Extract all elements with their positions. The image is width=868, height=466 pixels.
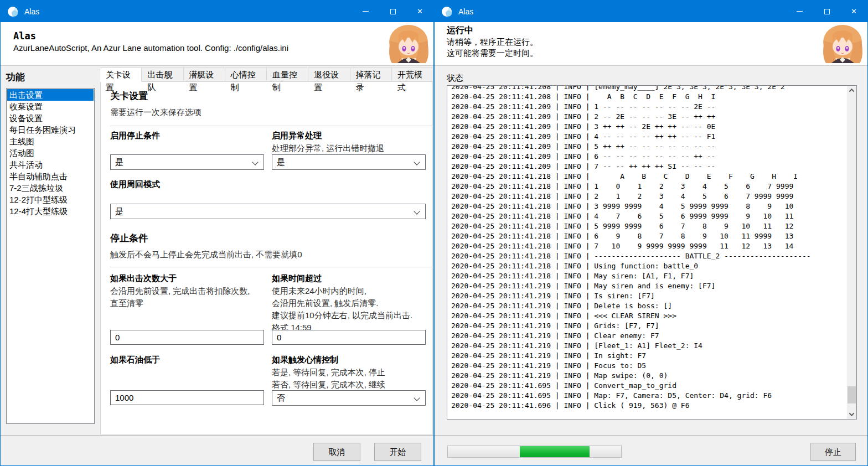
footer: 取消 开始 [1, 435, 433, 465]
if-time-desc-2: 会沿用先前设置, 触发后清零. [272, 297, 379, 309]
sidebar-item[interactable]: 设备设置 [7, 112, 94, 124]
if-emotion-value: 否 [277, 393, 285, 402]
alas-logo-icon [441, 6, 453, 18]
maximize-button[interactable] [379, 1, 406, 22]
log-output[interactable]: 2020-04-25 20:11:41.208 | INFO | [enemy_… [447, 85, 857, 420]
if-time-input[interactable] [272, 330, 426, 345]
divider [110, 126, 432, 126]
scrollbar-thumb[interactable] [848, 386, 856, 403]
section-title: 关卡设置 [110, 90, 148, 102]
if-emotion-select[interactable]: 否 [272, 390, 426, 406]
log-line: 2020-04-25 20:11:41.218 | INFO | 6 9 8 7… [451, 231, 846, 241]
log-line: 2020-04-25 20:11:41.209 | INFO | 1 -- --… [451, 102, 846, 112]
function-list: 出击设置收菜设置设备设置每日任务困难演习主线图活动图共斗活动半自动辅助点击7-2… [6, 88, 95, 424]
run-status-title: 运行中 [447, 25, 473, 37]
log-line: 2020-04-25 20:11:41.218 | INFO | 4 7 6 5… [451, 211, 846, 221]
minimize-icon [363, 11, 369, 12]
maximize-icon [390, 9, 396, 14]
log-line: 2020-04-25 20:11:41.695 | INFO | Convert… [451, 381, 846, 391]
sidebar-heading: 功能 [6, 71, 25, 84]
log-line: 2020-04-25 20:11:41.208 | INFO | [enemy_… [451, 85, 846, 92]
sidebar-item[interactable]: 每日任务困难演习 [7, 124, 94, 136]
window-title: Alas [24, 7, 39, 16]
log-line: 2020-04-25 20:11:41.695 | INFO | Map: F7… [451, 391, 846, 401]
tab[interactable]: 心情控制 [225, 68, 267, 81]
if-oil-input[interactable] [110, 390, 264, 405]
if-count-label: 如果出击次数大于 [110, 273, 177, 284]
close-button[interactable]: ✕ [406, 1, 433, 22]
maximize-icon [824, 9, 830, 14]
sidebar-item[interactable]: 12-4打大型练级 [7, 205, 94, 217]
run-status-line-2: 这可能将需要一定时间。 [447, 48, 538, 59]
sidebar-item[interactable]: 主线图 [7, 136, 94, 147]
enable-exception-label: 启用异常处理 [272, 131, 322, 141]
sidebar-item[interactable]: 半自动辅助点击 [7, 170, 94, 182]
log-line: 2020-04-25 20:11:41.218 | INFO | May sir… [451, 271, 846, 281]
tab[interactable]: 开荒模式 [392, 68, 433, 81]
scroll-down-button[interactable] [847, 410, 856, 419]
avatar [388, 24, 430, 63]
minimize-button[interactable] [352, 1, 379, 22]
enable-exception-select[interactable]: 是 [272, 154, 426, 170]
chevron-down-icon [414, 159, 420, 165]
close-button[interactable]: ✕ [840, 1, 867, 22]
sidebar-item[interactable]: 出击设置 [7, 89, 94, 101]
sidebar-item[interactable]: 7-2三战拣垃圾 [7, 182, 94, 194]
log-line: 2020-04-25 20:11:41.218 | INFO | 2 1 2 3… [451, 191, 846, 201]
runner-window: Alas ✕ 运行中 请稍等，程序正在运行。 这可能将需要一定时间。 状态 [434, 0, 868, 466]
tab[interactable]: 潜艇设置 [184, 68, 225, 81]
progress-bar [447, 446, 622, 458]
chevron-down-icon [252, 159, 258, 165]
start-button[interactable]: 开始 [374, 443, 421, 461]
log-line: 2020-04-25 20:11:41.218 | INFO | 3 9999 … [451, 201, 846, 211]
enable-stop-label: 启用停止条件 [110, 131, 160, 141]
if-time-label: 如果时间超过 [272, 273, 322, 284]
log-line: 2020-04-25 20:11:41.209 | INFO | 3 ++ ++… [451, 122, 846, 132]
scroll-up-button[interactable] [847, 86, 856, 95]
tab[interactable]: 血量控制 [267, 68, 308, 81]
enable-exception-desc: 处理部分异常, 运行出错时撤退 [272, 142, 384, 154]
if-count-desc-2: 直至清零 [110, 297, 143, 309]
log-line: 2020-04-25 20:11:41.219 | INFO | Map swi… [451, 371, 846, 381]
tab[interactable]: 退役设置 [308, 68, 350, 81]
titlebar[interactable]: Alas ✕ [1, 1, 433, 22]
if-emotion-label: 如果触发心情控制 [272, 355, 338, 365]
log-scrollbar[interactable] [847, 86, 856, 419]
titlebar[interactable]: Alas ✕ [435, 1, 867, 22]
if-count-desc-1: 会沿用先前设置, 完成出击将扣除次数, [110, 285, 250, 297]
progress-bar-marquee [520, 446, 590, 457]
log-line: 2020-04-25 20:11:41.696 | INFO | Click (… [451, 401, 846, 411]
close-icon: ✕ [417, 8, 423, 15]
tab[interactable]: 关卡设置 [100, 68, 142, 82]
loop-mode-value: 是 [115, 206, 123, 216]
chevron-down-icon [414, 208, 420, 214]
log-line: 2020-04-25 20:11:41.218 | INFO | 7 10 9 … [451, 241, 846, 251]
sidebar-item[interactable]: 活动图 [7, 147, 94, 159]
sidebar-item[interactable]: 收菜设置 [7, 101, 94, 112]
if-count-input[interactable] [110, 330, 264, 345]
tab[interactable]: 掉落记录 [350, 68, 392, 81]
alas-logo-icon [7, 6, 19, 18]
cancel-button[interactable]: 取消 [313, 443, 360, 461]
sidebar-item[interactable]: 12-2打中型练级 [7, 194, 94, 205]
log-line: 2020-04-25 20:11:41.209 | INFO | 7 -- --… [451, 162, 846, 172]
log-line: 2020-04-25 20:11:41.218 | INFO | 5 9999 … [451, 221, 846, 231]
log-line: 2020-04-25 20:11:41.209 | INFO | 4 -- --… [451, 132, 846, 142]
enable-exception-value: 是 [277, 157, 285, 167]
stop-condition-title: 停止条件 [110, 232, 148, 245]
minimize-button[interactable] [786, 1, 813, 22]
maximize-button[interactable] [813, 1, 840, 22]
log-line: 2020-04-25 20:11:41.218 | INFO | -------… [451, 251, 846, 261]
tab[interactable]: 出击舰队 [142, 68, 183, 81]
sidebar-item[interactable]: 共斗活动 [7, 159, 94, 170]
loop-mode-select[interactable]: 是 [110, 204, 426, 219]
log-line: 2020-04-25 20:11:41.218 | INFO | 1 0 1 2… [451, 182, 846, 191]
if-time-desc-3: 建议提前10分钟左右, 以完成当前出击. [272, 309, 412, 322]
log-line: 2020-04-25 20:11:41.218 | INFO | A B C D… [451, 172, 846, 182]
stop-button[interactable]: 停止 [810, 443, 856, 461]
section-desc: 需要运行一次来保存选项 [110, 106, 202, 118]
enable-stop-select[interactable]: 是 [110, 154, 264, 170]
footer: 停止 [435, 435, 867, 465]
close-icon: ✕ [851, 8, 857, 15]
log-line: 2020-04-25 20:11:41.219 | INFO | Clear e… [451, 331, 846, 341]
